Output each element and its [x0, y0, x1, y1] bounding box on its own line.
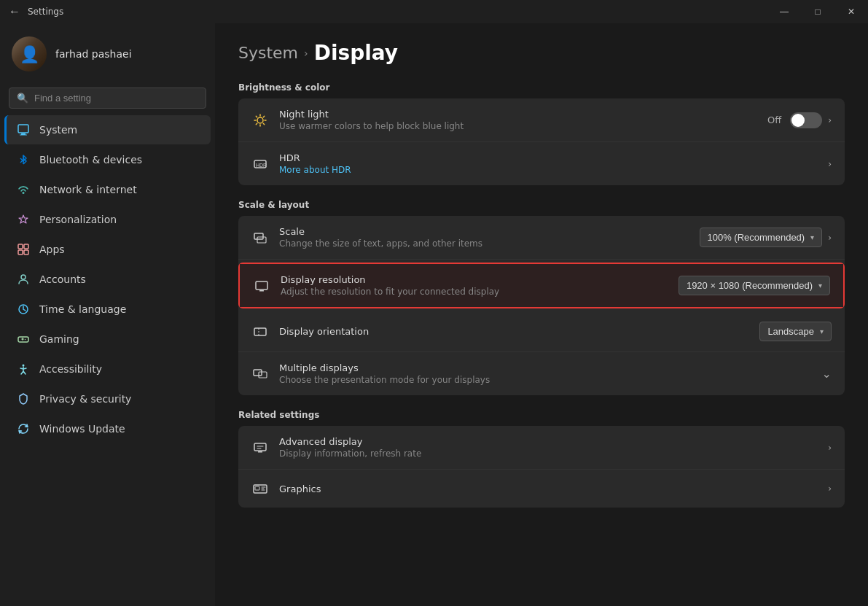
scale-dropdown[interactable]: 100% (Recommended) ▾	[700, 228, 823, 247]
scale-title: Scale	[279, 226, 689, 237]
multiple-displays-subtitle: Choose the presentation mode for your di…	[279, 375, 812, 385]
personalization-icon	[16, 212, 31, 227]
sidebar-item-label-personalization: Personalization	[39, 214, 117, 225]
setting-text-scale: Scale Change the size of text, apps, and…	[279, 226, 689, 249]
sidebar-item-update[interactable]: Windows Update	[4, 414, 211, 443]
svg-rect-6	[18, 250, 23, 255]
setting-row-advanced-display[interactable]: Advanced display Display information, re…	[238, 426, 845, 470]
svg-point-3	[23, 192, 25, 194]
sidebar-item-network[interactable]: Network & internet	[4, 175, 211, 204]
bluetooth-icon	[16, 152, 31, 167]
sidebar-item-personalization[interactable]: Personalization	[4, 205, 211, 234]
scale-icon	[251, 229, 269, 246]
app-body: 👤 farhad pashaei 🔍 System	[0, 23, 868, 606]
setting-text-graphics: Graphics	[279, 483, 818, 494]
accounts-icon	[16, 272, 31, 287]
sidebar-item-label-gaming: Gaming	[39, 333, 79, 345]
night-light-toggle[interactable]	[790, 112, 822, 128]
display-resolution-control: 1920 × 1080 (Recommended) ▾	[679, 276, 830, 295]
hdr-icon: HDR	[251, 155, 269, 173]
scale-value: 100% (Recommended)	[708, 232, 805, 243]
advanced-display-control: ›	[828, 443, 832, 453]
titlebar-controls: — □ ✕	[767, 0, 868, 23]
maximize-button[interactable]: □	[801, 0, 834, 23]
gaming-icon	[16, 332, 31, 346]
sidebar-item-label-network: Network & internet	[39, 184, 137, 195]
advanced-display-subtitle: Display information, refresh rate	[279, 448, 818, 459]
svg-rect-17	[257, 237, 266, 243]
profile[interactable]: 👤 farhad pashaei	[0, 23, 215, 85]
sidebar-item-label-accounts: Accounts	[39, 273, 86, 285]
svg-rect-2	[20, 135, 27, 136]
svg-rect-0	[18, 125, 28, 133]
hdr-title: HDR	[279, 152, 818, 163]
advanced-display-icon	[251, 439, 269, 457]
titlebar: ← Settings — □ ✕	[0, 0, 868, 23]
sidebar-item-privacy[interactable]: Privacy & security	[4, 384, 211, 413]
sidebar-nav: System Bluetooth & devices	[0, 114, 215, 444]
setting-text-advanced-display: Advanced display Display information, re…	[279, 436, 818, 459]
sidebar-item-label-system: System	[39, 124, 77, 136]
scale-chevron: ▾	[810, 233, 814, 241]
multiple-displays-control: ⌄	[822, 367, 832, 381]
setting-row-display-resolution[interactable]: Display resolution Adjust the resolution…	[240, 264, 843, 307]
display-orientation-dropdown[interactable]: Landscape ▾	[759, 322, 832, 341]
profile-name: farhad pashaei	[55, 48, 132, 60]
setting-row-night-light[interactable]: Night light Use warmer colors to help bl…	[238, 98, 845, 142]
brightness-card: Night light Use warmer colors to help bl…	[238, 98, 845, 185]
sidebar-item-time[interactable]: Time & language	[4, 295, 211, 324]
graphics-icon	[251, 480, 269, 497]
display-orientation-control: Landscape ▾	[759, 322, 832, 341]
setting-row-hdr[interactable]: HDR HDR More about HDR ›	[238, 142, 845, 185]
setting-row-graphics[interactable]: Graphics ›	[238, 470, 845, 508]
related-settings-card: Advanced display Display information, re…	[238, 426, 845, 508]
back-button[interactable]: ←	[9, 5, 20, 18]
display-resolution-chevron: ▾	[818, 281, 822, 290]
close-button[interactable]: ✕	[834, 0, 868, 23]
setting-text-hdr: HDR More about HDR	[279, 152, 818, 175]
graphics-title: Graphics	[279, 483, 818, 494]
sidebar-item-apps[interactable]: Apps	[4, 235, 211, 264]
section-header-scale: Scale & layout	[238, 200, 845, 210]
breadcrumb-parent[interactable]: System	[238, 44, 298, 62]
network-icon	[16, 182, 31, 197]
sidebar-item-label-time: Time & language	[39, 303, 126, 315]
toggle-knob	[791, 114, 805, 127]
scale-arrow: ›	[828, 233, 832, 243]
sidebar-item-gaming[interactable]: Gaming	[4, 325, 211, 354]
setting-text-display-orientation: Display orientation	[279, 326, 749, 337]
sidebar-item-accessibility[interactable]: Accessibility	[4, 354, 211, 384]
night-light-off-label: Off	[767, 114, 781, 125]
display-resolution-dropdown[interactable]: 1920 × 1080 (Recommended) ▾	[679, 276, 830, 295]
sidebar-item-label-update: Windows Update	[39, 423, 125, 435]
setting-row-display-orientation[interactable]: Display orientation Landscape ▾	[238, 311, 845, 352]
search-input[interactable]	[34, 93, 198, 104]
sidebar-item-accounts[interactable]: Accounts	[4, 265, 211, 294]
minimize-button[interactable]: —	[767, 0, 801, 23]
multiple-displays-icon	[251, 365, 269, 383]
scale-layout-card: Scale Change the size of text, apps, and…	[238, 216, 845, 395]
multiple-displays-expand: ⌄	[822, 367, 832, 381]
scale-subtitle: Change the size of text, apps, and other…	[279, 238, 689, 249]
titlebar-title: Settings	[28, 7, 63, 17]
privacy-icon	[16, 392, 31, 406]
sidebar-item-system[interactable]: System	[4, 115, 211, 144]
svg-rect-4	[18, 244, 23, 249]
setting-text-night-light: Night light Use warmer colors to help bl…	[279, 109, 757, 131]
night-light-subtitle: Use warmer colors to help block blue lig…	[279, 121, 757, 131]
svg-rect-20	[254, 328, 266, 335]
svg-text:HDR: HDR	[256, 163, 267, 168]
night-light-control: Off ›	[767, 112, 832, 128]
hdr-arrow: ›	[828, 159, 832, 169]
night-light-arrow: ›	[828, 115, 832, 125]
sidebar-item-bluetooth[interactable]: Bluetooth & devices	[4, 145, 211, 174]
setting-row-scale[interactable]: Scale Change the size of text, apps, and…	[238, 216, 845, 260]
setting-row-multiple-displays[interactable]: Multiple displays Choose the presentatio…	[238, 352, 845, 395]
scale-control: 100% (Recommended) ▾ ›	[700, 228, 832, 247]
hdr-subtitle[interactable]: More about HDR	[279, 165, 818, 175]
svg-rect-19	[259, 290, 264, 292]
graphics-arrow: ›	[828, 483, 832, 494]
search-box: 🔍	[9, 88, 206, 109]
svg-rect-16	[254, 233, 263, 239]
svg-rect-5	[24, 244, 28, 249]
